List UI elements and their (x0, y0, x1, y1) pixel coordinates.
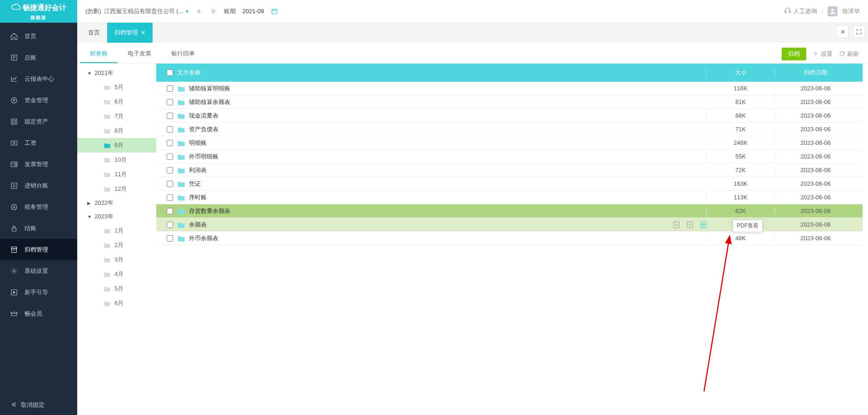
inner-tabs: 财务账 电子发票 银行回单 归档 设置 刷新 (77, 43, 868, 64)
nav-report[interactable]: 云报表中心 (0, 68, 77, 89)
avatar[interactable] (828, 6, 838, 16)
settings-button[interactable] (209, 7, 218, 15)
tree-month[interactable]: 8月 (77, 124, 156, 138)
nav-guide[interactable]: 新手引导 (0, 282, 77, 303)
tab-archive[interactable]: 归档管理 ✕ (107, 23, 153, 43)
nav-close[interactable]: 结账 (0, 217, 77, 239)
tree-year-2021[interactable]: ▼2021年 (77, 66, 156, 80)
tab-home[interactable]: 首页 (81, 23, 107, 43)
table-row[interactable]: 余额表PDF查看3K2023-06-06 (156, 218, 863, 232)
tree-year-2022[interactable]: ▶2022年 (77, 196, 156, 210)
nav-member[interactable]: 畅会员 (0, 303, 77, 324)
table-row[interactable]: 序时账113K2023-06-06 (156, 191, 863, 204)
table-row[interactable]: 利润表72K2023-06-06 (156, 163, 863, 177)
tree-month[interactable]: 7月 (77, 109, 156, 124)
row-checkbox[interactable] (167, 153, 173, 160)
row-size: 66K (735, 112, 746, 119)
tree-month[interactable]: 4月 (77, 267, 156, 282)
nav-inout[interactable]: 进销台账 (0, 175, 77, 196)
row-checkbox[interactable] (167, 167, 173, 173)
fullscreen-button[interactable] (853, 25, 865, 38)
table-row[interactable]: 凭证163K2023-06-06 (156, 177, 863, 191)
tree-month[interactable]: 6月 (77, 296, 156, 311)
nav-label: 云报表中心 (25, 75, 54, 83)
svg-rect-21 (701, 222, 706, 228)
view-pdf-icon[interactable] (699, 220, 708, 229)
sidebar-unpin[interactable]: 取消固定 (0, 395, 77, 415)
tree-month[interactable]: 12月 (77, 182, 156, 196)
nav-basic[interactable]: 基础设置 (0, 260, 77, 282)
download-pdf-icon[interactable] (685, 220, 694, 229)
row-checkbox[interactable] (167, 85, 173, 92)
select-all-checkbox[interactable] (167, 69, 173, 76)
col-date-label: 归档日期 (804, 69, 828, 76)
inner-tab-bank[interactable]: 银行回单 (161, 45, 205, 63)
row-name: 凭证 (189, 180, 201, 188)
company-selector[interactable]: (勿删) 江西服宝精品有限责任公司 (... ▾ (85, 7, 188, 15)
nav-salary[interactable]: 工资 (0, 132, 77, 153)
table-row[interactable]: 外币余额表48K2023-06-06 (156, 232, 863, 245)
inner-tab-einvoice[interactable]: 电子发票 (118, 45, 161, 63)
tree-month[interactable]: 11月 (77, 167, 156, 182)
folder-icon (104, 186, 111, 192)
tree-month[interactable]: 5月 (77, 282, 156, 296)
crown-icon (10, 310, 18, 318)
row-checkbox[interactable] (167, 99, 173, 105)
consult-label: 人工咨询 (794, 7, 817, 15)
ledger-icon (10, 54, 18, 62)
download-excel-icon[interactable] (672, 220, 681, 229)
close-all-tabs-button[interactable]: ✕ (836, 25, 849, 38)
tree-month[interactable]: 3月 (77, 252, 156, 267)
row-checkbox[interactable] (167, 181, 173, 187)
row-checkbox[interactable] (167, 113, 173, 119)
close-icon[interactable]: ✕ (141, 30, 145, 36)
nav-home[interactable]: 首页 (0, 25, 77, 47)
archive-button[interactable]: 归档 (782, 48, 806, 60)
row-checkbox[interactable] (167, 140, 173, 146)
headset-icon (784, 7, 791, 15)
folder-icon (177, 235, 185, 242)
nav-invoice[interactable]: 发票管理 (0, 153, 77, 175)
row-checkbox[interactable] (167, 126, 173, 133)
consult-link[interactable]: 人工咨询 (784, 7, 817, 15)
row-name: 现金流量表 (189, 112, 218, 120)
table-row[interactable]: 辅助核算明细账116K2023-06-06 (156, 82, 863, 95)
refresh-link[interactable]: 刷新 (839, 50, 859, 58)
nav-ledger[interactable]: 总账 (0, 47, 77, 68)
tree-month[interactable]: 1月 (77, 223, 156, 238)
tree-month[interactable]: 5月 (77, 80, 156, 94)
table-row[interactable]: 明细账246K2023-06-06 (156, 136, 863, 150)
brand-name: 畅捷通好会计 (23, 3, 66, 13)
tree-year-2023[interactable]: ▼2023年 (77, 210, 156, 223)
tree-month[interactable]: 9月 (77, 138, 156, 153)
calendar-button[interactable] (270, 7, 278, 15)
tree-month[interactable]: 10月 (77, 153, 156, 167)
fund-icon (10, 96, 18, 104)
nav-tax[interactable]: 税务管理 (0, 196, 77, 217)
table-row[interactable]: 外币明细账55K2023-06-06 (156, 150, 863, 163)
row-checkbox[interactable] (167, 222, 173, 228)
svg-rect-3 (11, 141, 17, 145)
inner-tab-finance[interactable]: 财务账 (80, 45, 118, 63)
nav-asset[interactable]: 固定资产 (0, 111, 77, 132)
row-checkbox[interactable] (167, 194, 173, 201)
table-row[interactable]: 资产负债表71K2023-06-06 (156, 123, 863, 136)
tree-month-label: 10月 (114, 156, 127, 164)
table-row[interactable]: 存货数量余额表62K2023-06-06 (156, 204, 863, 218)
tree-month[interactable]: 2月 (77, 238, 156, 252)
folder-icon (104, 113, 111, 119)
table-row[interactable]: 辅助核算余额表81K2023-06-06 (156, 95, 863, 109)
svg-rect-16 (789, 11, 790, 13)
settings-link[interactable]: 设置 (813, 50, 833, 58)
tree-month[interactable]: 6月 (77, 94, 156, 109)
row-checkbox[interactable] (167, 208, 173, 214)
row-name: 资产负债表 (189, 125, 218, 133)
nav-archive[interactable]: 归档管理 (0, 239, 77, 260)
nav-fund[interactable]: 资金管理 (0, 89, 77, 111)
tree-year-label: 2021年 (94, 69, 114, 77)
add-company-button[interactable] (195, 7, 203, 15)
table-row[interactable]: 现金流量表66K2023-06-06 (156, 109, 863, 123)
row-name: 辅助核算明细账 (189, 84, 230, 93)
col-size-label: 大小 (735, 69, 747, 76)
row-checkbox[interactable] (167, 235, 173, 242)
